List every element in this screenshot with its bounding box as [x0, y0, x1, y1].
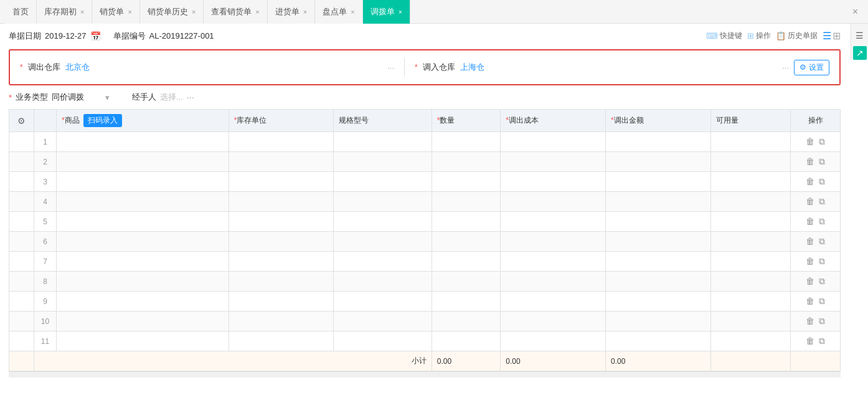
row-amount-7[interactable] — [606, 252, 711, 272]
person-more-btn[interactable]: ··· — [187, 92, 194, 102]
copy-icon-11[interactable]: ⧉ — [819, 336, 825, 346]
in-warehouse-more-btn[interactable]: ··· — [782, 63, 789, 72]
row-cost-2[interactable] — [501, 152, 606, 172]
row-spec-9[interactable] — [334, 292, 432, 312]
row-qty-9[interactable] — [432, 292, 501, 312]
tab-inventory-init[interactable]: 库存期初 × — [37, 0, 92, 24]
row-unit-3[interactable] — [229, 172, 334, 192]
gear-col-header[interactable]: ⚙ — [9, 110, 34, 132]
delete-icon-2[interactable]: 🗑 — [806, 156, 814, 166]
operations-button[interactable]: ⊞ 操作 — [747, 31, 771, 41]
row-goods-9[interactable] — [57, 292, 229, 312]
tab-sales-close[interactable]: × — [128, 8, 131, 16]
row-cost-1[interactable] — [501, 132, 606, 152]
row-spec-10[interactable] — [334, 312, 432, 331]
row-unit-11[interactable] — [229, 331, 334, 351]
row-qty-3[interactable] — [432, 172, 501, 192]
tab-view-sales-close[interactable]: × — [255, 8, 259, 16]
delete-icon-4[interactable]: 🗑 — [806, 196, 814, 206]
row-spec-2[interactable] — [334, 152, 432, 172]
row-amount-10[interactable] — [606, 312, 711, 331]
scan-button[interactable]: 扫码录入 — [83, 114, 122, 127]
row-qty-7[interactable] — [432, 252, 501, 272]
settings-button[interactable]: ⚙ 设置 — [794, 60, 829, 75]
sidebar-export-icon[interactable]: ↗ — [853, 46, 867, 60]
shortcuts-button[interactable]: ⌨ 快捷键 — [706, 31, 742, 41]
out-warehouse-value[interactable]: 北京仓 — [65, 62, 90, 73]
row-goods-10[interactable] — [57, 312, 229, 331]
layout-list-icon[interactable]: ☰ — [823, 30, 831, 42]
row-spec-3[interactable] — [334, 172, 432, 192]
tab-view-sales[interactable]: 查看销货单 × — [204, 0, 267, 24]
copy-icon-10[interactable]: ⧉ — [819, 316, 825, 326]
delete-icon-6[interactable]: 🗑 — [806, 236, 814, 246]
row-cost-3[interactable] — [501, 172, 606, 192]
tab-sales-history-close[interactable]: × — [192, 8, 196, 16]
delete-icon-3[interactable]: 🗑 — [806, 176, 814, 186]
person-input[interactable]: 选择... — [160, 92, 183, 103]
row-unit-1[interactable] — [229, 132, 334, 152]
row-goods-6[interactable] — [57, 232, 229, 252]
tab-purchase[interactable]: 进货单 × — [268, 0, 315, 24]
row-cost-5[interactable] — [501, 212, 606, 232]
row-amount-2[interactable] — [606, 152, 711, 172]
row-amount-3[interactable] — [606, 172, 711, 192]
tab-sales-history[interactable]: 销货单历史 × — [140, 0, 204, 24]
biz-type-dropdown-icon[interactable]: ▾ — [105, 93, 110, 102]
row-amount-5[interactable] — [606, 212, 711, 232]
delete-icon-10[interactable]: 🗑 — [806, 316, 814, 326]
row-unit-6[interactable] — [229, 232, 334, 252]
row-qty-11[interactable] — [432, 331, 501, 351]
copy-icon-2[interactable]: ⧉ — [819, 156, 825, 166]
row-qty-6[interactable] — [432, 232, 501, 252]
row-cost-4[interactable] — [501, 192, 606, 212]
row-cost-9[interactable] — [501, 292, 606, 312]
delete-icon-11[interactable]: 🗑 — [806, 336, 814, 346]
copy-icon-6[interactable]: ⧉ — [819, 236, 825, 246]
window-close-button[interactable]: × — [847, 6, 863, 17]
row-unit-7[interactable] — [229, 252, 334, 272]
row-goods-2[interactable] — [57, 152, 229, 172]
history-button[interactable]: 📋 历史单据 — [776, 31, 818, 41]
layout-grid-icon[interactable]: ⊞ — [833, 30, 841, 42]
row-amount-8[interactable] — [606, 272, 711, 292]
layout-toggle[interactable]: ☰ ⊞ — [823, 30, 841, 42]
row-qty-4[interactable] — [432, 192, 501, 212]
row-amount-4[interactable] — [606, 192, 711, 212]
copy-icon-7[interactable]: ⧉ — [819, 256, 825, 266]
tab-inventory-init-close[interactable]: × — [80, 8, 84, 16]
tab-transfer-close[interactable]: × — [399, 8, 402, 16]
tab-stocktake[interactable]: 盘点单 × — [315, 0, 362, 24]
tab-home[interactable]: 首页 — [5, 0, 37, 24]
out-warehouse-more-btn[interactable]: ··· — [387, 63, 394, 72]
horizontal-scrollbar[interactable] — [9, 371, 841, 378]
row-spec-7[interactable] — [334, 252, 432, 272]
row-amount-9[interactable] — [606, 292, 711, 312]
row-qty-2[interactable] — [432, 152, 501, 172]
delete-icon-1[interactable]: 🗑 — [806, 136, 814, 146]
row-cost-11[interactable] — [501, 331, 606, 351]
row-goods-4[interactable] — [57, 192, 229, 212]
sidebar-list-icon[interactable]: ☰ — [853, 29, 867, 42]
row-spec-4[interactable] — [334, 192, 432, 212]
delete-icon-5[interactable]: 🗑 — [806, 216, 814, 226]
table-gear-icon[interactable]: ⚙ — [17, 116, 26, 126]
delete-icon-9[interactable]: 🗑 — [806, 296, 814, 306]
row-qty-10[interactable] — [432, 312, 501, 331]
biz-type-value[interactable]: 同价调拨 — [52, 92, 101, 103]
copy-icon-3[interactable]: ⧉ — [819, 176, 825, 186]
row-qty-5[interactable] — [432, 212, 501, 232]
tab-purchase-close[interactable]: × — [303, 8, 307, 16]
delete-icon-8[interactable]: 🗑 — [806, 276, 814, 286]
row-unit-8[interactable] — [229, 272, 334, 292]
row-cost-7[interactable] — [501, 252, 606, 272]
tab-sales[interactable]: 销货单 × — [92, 0, 139, 24]
row-amount-11[interactable] — [606, 331, 711, 351]
copy-icon-9[interactable]: ⧉ — [819, 296, 825, 306]
row-unit-4[interactable] — [229, 192, 334, 212]
row-amount-6[interactable] — [606, 232, 711, 252]
row-spec-5[interactable] — [334, 212, 432, 232]
tab-stocktake-close[interactable]: × — [351, 8, 354, 16]
row-spec-1[interactable] — [334, 132, 432, 152]
copy-icon-8[interactable]: ⧉ — [819, 276, 825, 286]
